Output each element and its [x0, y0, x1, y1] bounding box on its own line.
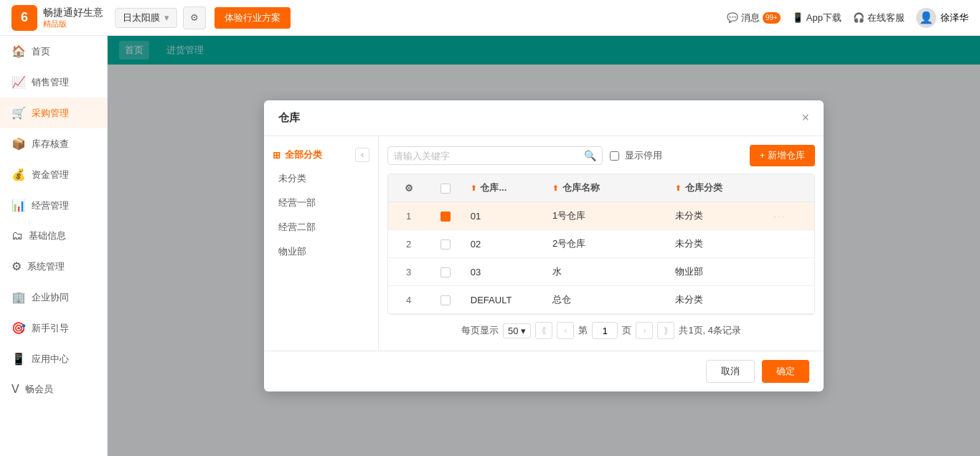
collapse-button[interactable]: ‹: [355, 148, 369, 162]
all-categories-label: 全部分类: [285, 148, 322, 161]
show-disabled-checkbox[interactable]: 显示停用: [610, 149, 662, 162]
per-page-label: 每页显示: [461, 324, 499, 337]
page-unit: 页: [622, 324, 631, 337]
row-actions[interactable]: [765, 258, 814, 286]
row-name: 总仓: [544, 286, 666, 314]
sidebar-item-label: 企业协同: [32, 291, 69, 304]
sidebar: 🏠 首页 📈 销售管理 🛒 采购管理 📦 库存核查 💰 资金管理 📊 经营管理 …: [0, 36, 108, 456]
finance-icon: 💰: [11, 168, 26, 181]
show-disabled-input[interactable]: [610, 151, 619, 161]
close-icon[interactable]: ×: [801, 110, 809, 125]
sidebar-item-finance[interactable]: 💰 资金管理: [0, 159, 107, 190]
sidebar-item-guide[interactable]: 🎯 新手引导: [0, 313, 107, 343]
sidebar-item-vip[interactable]: V 畅会员: [0, 374, 107, 404]
select-all-checkbox[interactable]: [440, 184, 451, 194]
modal-footer: 取消 确定: [264, 351, 824, 391]
app-center-icon: 📱: [11, 352, 26, 366]
sidebar-item-sales[interactable]: 📈 销售管理: [0, 67, 107, 98]
logo-text: 畅捷通好生意 精品版: [43, 6, 103, 29]
app-download-label: App下载: [806, 11, 842, 24]
sidebar-item-home[interactable]: 🏠 首页: [0, 36, 107, 67]
sidebar-item-app-center[interactable]: 📱 应用中心: [0, 343, 107, 374]
row-category: 未分类: [666, 202, 765, 230]
sidebar-item-label: 畅会员: [25, 383, 53, 396]
pagination: 每页显示 50 ▾ ⟪ ‹ 第 页 › ⟫ 共1页: [387, 315, 815, 342]
sidebar-item-label: 采购管理: [32, 107, 69, 120]
sidebar-item-label: 首页: [32, 45, 50, 58]
col-header-name[interactable]: ⬆ 仓库名称: [544, 174, 666, 202]
try-industry-button[interactable]: 体验行业方案: [215, 7, 291, 29]
gear-icon: ⚙: [190, 12, 199, 23]
search-input[interactable]: [394, 151, 584, 161]
row-checkbox[interactable]: [429, 258, 462, 286]
row-checkbox[interactable]: [429, 230, 462, 258]
sidebar-item-label: 基础信息: [29, 229, 66, 242]
search-box: 🔍: [387, 146, 603, 165]
next-page-button[interactable]: ›: [636, 322, 653, 339]
col-header-checkbox[interactable]: [429, 174, 462, 202]
table-row[interactable]: 2 02 2号仓库 未分类: [388, 230, 814, 258]
category-item-unclassified[interactable]: 未分类: [264, 166, 378, 191]
confirm-button[interactable]: 确定: [762, 360, 809, 383]
row-actions[interactable]: ···: [765, 202, 814, 230]
col-header-actions: [765, 174, 814, 202]
message-button[interactable]: 💬 消息 99+: [727, 11, 781, 24]
row-checkbox[interactable]: [429, 202, 462, 230]
main-content: 首页 进货管理 仓库 × ⊞ 全部分类: [108, 36, 980, 456]
table-row[interactable]: 4 DEFAULT 总仓 未分类: [388, 286, 814, 314]
sidebar-item-label: 库存核查: [32, 138, 69, 151]
row-name: 1号仓库: [544, 202, 666, 230]
message-label: 消息: [741, 11, 760, 24]
col-header-settings[interactable]: ⚙: [388, 174, 429, 202]
row-category: 未分类: [666, 286, 765, 314]
app-download-button[interactable]: 📱 App下载: [792, 11, 842, 24]
sort-icon-code: ⬆: [471, 184, 476, 192]
row-number: 3: [388, 258, 429, 286]
settings-button[interactable]: ⚙: [183, 6, 206, 29]
col-header-code[interactable]: ⬆ 仓库...: [462, 174, 544, 202]
page-number-input[interactable]: [592, 322, 618, 339]
sort-icon-name: ⬆: [552, 184, 558, 192]
sidebar-item-basic-info[interactable]: 🗂 基础信息: [0, 221, 107, 251]
cancel-button[interactable]: 取消: [706, 360, 755, 383]
first-page-button[interactable]: ⟪: [535, 322, 552, 339]
warehouse-modal: 仓库 × ⊞ 全部分类 ‹: [264, 100, 824, 391]
vip-icon: V: [11, 383, 19, 396]
grid-icon: ⊞: [273, 150, 281, 161]
sidebar-item-purchase[interactable]: 🛒 采购管理: [0, 98, 107, 128]
page-size-selector[interactable]: 50 ▾: [503, 323, 531, 338]
store-selector[interactable]: 日太阳膜 ▾: [115, 8, 177, 28]
category-item-ops2[interactable]: 经营二部: [264, 215, 378, 239]
app-header: 6 畅捷通好生意 精品版 日太阳膜 ▾ ⚙ 体验行业方案 💬 消息 99+ 📱 …: [0, 0, 980, 36]
system-icon: ⚙: [11, 260, 22, 273]
logo: 6 畅捷通好生意 精品版: [11, 5, 103, 31]
sidebar-item-inventory[interactable]: 📦 库存核查: [0, 128, 107, 159]
all-categories-button[interactable]: ⊞ 全部分类: [273, 148, 322, 161]
store-name: 日太阳膜: [123, 11, 160, 24]
sidebar-item-label: 销售管理: [32, 76, 69, 89]
add-warehouse-button[interactable]: + 新增仓库: [750, 145, 815, 166]
category-item-property[interactable]: 物业部: [264, 239, 378, 264]
row-name: 2号仓库: [544, 230, 666, 258]
row-actions[interactable]: [765, 286, 814, 314]
category-item-ops1[interactable]: 经营一部: [264, 191, 378, 215]
sidebar-item-system[interactable]: ⚙ 系统管理: [0, 251, 107, 282]
customer-service-label: 在线客服: [867, 11, 905, 24]
main-layout: 🏠 首页 📈 销售管理 🛒 采购管理 📦 库存核查 💰 资金管理 📊 经营管理 …: [0, 36, 980, 456]
page-label: 第: [578, 324, 588, 337]
modal-title: 仓库: [278, 111, 300, 125]
last-page-button[interactable]: ⟫: [657, 322, 674, 339]
sidebar-item-label: 新手引导: [32, 322, 69, 335]
table-row[interactable]: 3 03 水 物业部: [388, 258, 814, 286]
table-row[interactable]: 1 01 1号仓库 未分类 ···: [388, 202, 814, 230]
row-actions[interactable]: [765, 230, 814, 258]
search-icon[interactable]: 🔍: [584, 150, 596, 161]
user-menu[interactable]: 👤 徐泽华: [916, 8, 969, 28]
sidebar-item-operations[interactable]: 📊 经营管理: [0, 190, 107, 221]
customer-service-button[interactable]: 🎧 在线客服: [853, 11, 905, 24]
prev-page-button[interactable]: ‹: [557, 322, 574, 339]
row-checkbox[interactable]: [429, 286, 462, 314]
row-name: 水: [544, 258, 666, 286]
sidebar-item-enterprise[interactable]: 🏢 企业协同: [0, 282, 107, 313]
col-header-category[interactable]: ⬆ 仓库分类: [666, 174, 765, 202]
